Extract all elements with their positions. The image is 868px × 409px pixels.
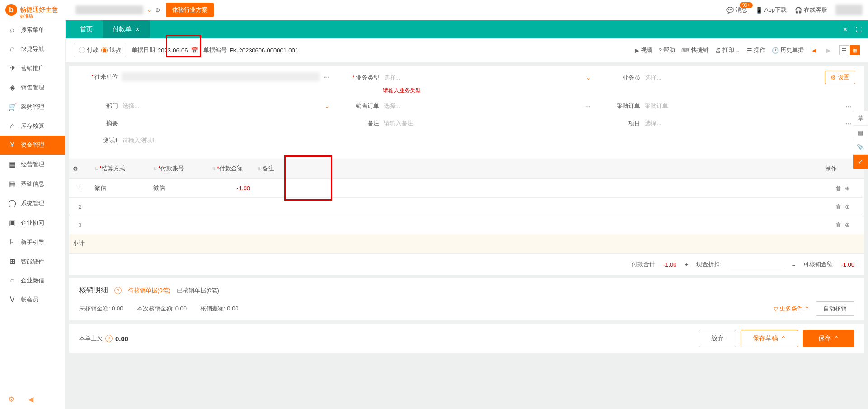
test1-input[interactable] [122,135,336,146]
messages-link[interactable]: 💬 消息 99+ [726,6,747,14]
list-view-icon[interactable]: ☰ [839,45,849,55]
cell-method[interactable] [91,198,150,216]
online-service-link[interactable]: 🎧 在线客服 [795,6,827,14]
done-tab[interactable]: 已核销单据(0笔) [177,287,219,295]
settings-button[interactable]: ⚙设置 [825,71,855,84]
template-icon[interactable]: ▤ [853,126,868,140]
sidebar-item-search[interactable]: ⌕搜索菜单 [0,20,65,39]
project-input[interactable] [644,118,842,129]
print-link[interactable]: 🖨打印⌄ [715,46,741,54]
sidebar-item-quicknav[interactable]: ⌂快捷导航 [0,39,65,58]
delete-icon[interactable]: 🗑 [835,185,841,192]
more-icon[interactable]: ⋯ [323,74,330,80]
table-row[interactable]: 2 🗑⊕ [69,198,864,216]
unit-input-blurred[interactable] [122,72,320,81]
th-gear[interactable]: ⚙ [69,159,91,179]
close-all-icon[interactable]: ✕ [841,24,849,35]
chevron-down-icon[interactable]: ⌄ [325,103,330,109]
prev-icon[interactable]: ◀ [810,47,818,54]
cell-method[interactable]: 微信 [91,179,150,198]
company-selector[interactable]: ⌄ ⚙ [75,5,160,14]
sidebar-item-inventory[interactable]: ⌂库存核算 [0,117,65,136]
th-method[interactable]: ⇅*结算方式 [91,159,150,179]
shortcut-link[interactable]: ⌨快捷键 [681,46,709,54]
cell-remark[interactable] [254,198,821,216]
add-icon[interactable]: ⊕ [845,185,850,192]
fullscreen-icon[interactable]: ⛶ [854,24,863,35]
more-icon[interactable]: ⋯ [845,103,852,110]
cell-amount[interactable] [208,216,254,234]
dept-input[interactable] [122,101,321,112]
table-row[interactable]: 3 🗑⊕ [69,216,864,234]
add-icon[interactable]: ⊕ [845,203,850,210]
date-value[interactable]: 2023-06-06 [158,47,188,54]
sidebar-item-basic[interactable]: ▦基础信息 [0,174,65,193]
calendar-icon[interactable]: 📅 [191,47,198,54]
cell-account[interactable]: 微信 [150,179,208,198]
save-draft-button[interactable]: 保存草稿⌃ [741,330,798,347]
next-icon[interactable]: ▶ [825,47,833,54]
radio-refund[interactable]: 退款 [101,46,121,54]
pending-tab[interactable]: 待核销单据(0笔) [128,287,170,295]
tab-home[interactable]: 首页 [70,20,103,38]
experience-button[interactable]: 体验行业方案 [166,3,214,17]
attachment-icon[interactable]: 📎 [853,140,868,155]
delete-icon[interactable]: 🗑 [835,203,841,210]
th-remark[interactable]: ⇅备注 [254,159,821,179]
collapse-icon[interactable]: ◀ [28,395,33,404]
cell-amount[interactable] [208,198,254,216]
cash-discount-input[interactable] [730,261,784,268]
sidebar-item-finance[interactable]: ¥资金管理 [0,136,65,155]
user-avatar-blurred[interactable] [835,5,863,15]
sidebar-item-purchase[interactable]: 🛒采购管理 [0,97,65,117]
tab-payment[interactable]: 付款单 ✕ [103,20,150,38]
save-button[interactable]: 保存⌃ [803,330,854,347]
sidebar-item-hardware[interactable]: ⊞智能硬件 [0,252,65,271]
info-icon[interactable]: ? [105,335,113,342]
chevron-down-icon[interactable]: ⌄ [586,75,590,81]
cell-account[interactable] [150,198,208,216]
close-icon[interactable]: ✕ [135,26,140,33]
bizperson-input[interactable] [644,72,842,83]
sidebar-item-sales[interactable]: ◈销售管理 [0,78,65,97]
sidebar-item-system[interactable]: ◯系统管理 [0,193,65,213]
discard-button[interactable]: 放弃 [699,330,736,347]
remark-input[interactable] [383,118,591,129]
operate-link[interactable]: ☰操作 [747,46,765,54]
video-link[interactable]: ▶视频 [635,46,652,54]
salesorder-input[interactable] [383,101,581,112]
sidebar-item-operations[interactable]: ▤经营管理 [0,155,65,174]
auto-writeoff-button[interactable]: 自动核销 [816,301,854,316]
more-icon[interactable]: ⋯ [584,103,590,110]
sidebar-item-wechat[interactable]: ○企业微信 [0,271,65,290]
app-download-link[interactable]: 📱 App下载 [755,6,787,14]
sidebar-item-marketing[interactable]: ✈营销推广 [0,58,65,78]
chevron-down-icon[interactable]: ⌄ [147,7,151,13]
table-row[interactable]: 1 微信 微信 -1.00 🗑⊕ [69,179,864,198]
cell-amount[interactable]: -1.00 [208,179,254,198]
more-icon[interactable]: ⋯ [845,120,852,127]
draft-icon[interactable]: 草 [853,111,868,126]
radio-payment[interactable]: 付款 [79,46,99,54]
expand-icon[interactable]: ⤢ [853,155,868,169]
more-conditions-link[interactable]: ▽更多条件⌃ [774,305,809,313]
info-icon[interactable]: ? [114,287,122,294]
settings-icon[interactable]: ⚙ [8,395,14,404]
purchaseorder-input[interactable] [644,101,842,112]
card-view-icon[interactable]: ▦ [850,45,860,55]
delete-icon[interactable]: 🗑 [835,221,841,228]
summary-input[interactable] [122,118,330,129]
biztype-input[interactable] [383,72,583,83]
cell-account[interactable] [150,216,208,234]
help-link[interactable]: ?帮助 [659,46,675,54]
cell-remark[interactable] [254,179,821,198]
th-amount[interactable]: ⇅*付款金额 [208,159,254,179]
history-link[interactable]: 🕐历史单据 [772,46,804,54]
th-account[interactable]: ⇅*付款账号 [150,159,208,179]
sidebar-item-member[interactable]: V畅会员 [0,290,65,309]
gear-icon[interactable]: ⚙ [155,7,160,14]
sidebar-item-collab[interactable]: ▣企业协同 [0,213,65,232]
add-icon[interactable]: ⊕ [845,221,850,228]
cell-remark[interactable] [254,216,821,234]
cell-method[interactable] [91,216,150,234]
